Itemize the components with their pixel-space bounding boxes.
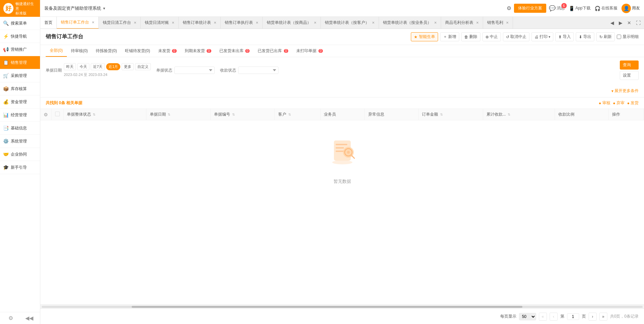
filter-payment-select[interactable] bbox=[238, 67, 278, 74]
col-cumulative-payment[interactable]: 累计收款... ⇅ bbox=[483, 109, 555, 120]
refresh-btn[interactable]: ↻ 刷新 bbox=[596, 32, 615, 41]
tabs-close-all[interactable]: ✕ bbox=[626, 19, 633, 26]
sub-tab-not-shipped[interactable]: 未发货 0 bbox=[154, 45, 181, 56]
horizontal-scrollbar[interactable] bbox=[40, 305, 644, 309]
settings-icon-btn[interactable]: ⚙ bbox=[507, 5, 511, 11]
tabs-nav-next[interactable]: ▶ bbox=[617, 19, 624, 26]
tab-close-sales-execute[interactable]: ✕ bbox=[256, 21, 258, 25]
col-doc-number[interactable]: 单据编号 ⇅ bbox=[211, 109, 275, 120]
print-btn[interactable]: 🖨 打印 ▾ bbox=[531, 32, 553, 41]
show-detail-label[interactable]: 显示明细 bbox=[617, 34, 639, 40]
sidebar-item-operation[interactable]: 📊 经营管理 bbox=[0, 109, 40, 122]
sidebar-item-marketing[interactable]: 📢 营销推广 bbox=[0, 43, 40, 56]
filter-date-today[interactable]: 今天 bbox=[77, 63, 89, 70]
col-doc-status[interactable]: 单据整体状态 ⇅ bbox=[63, 109, 146, 120]
filter-expand-btn[interactable]: ▾ 展开更多条件 bbox=[611, 88, 639, 94]
col-order-amount[interactable]: 订单金额 ⇅ bbox=[419, 109, 483, 120]
col-abnormal-info[interactable]: 异常信息 bbox=[365, 109, 419, 120]
tab-close-sales-staff[interactable]: ✕ bbox=[434, 21, 437, 25]
tab-sales-customer-stats[interactable]: 销货单统计表（按客户） ✕ bbox=[321, 17, 379, 29]
app-download-btn[interactable]: 📱 App下载 bbox=[569, 5, 591, 11]
query-btn[interactable]: 查询 bbox=[620, 60, 639, 70]
filter-settings-btn[interactable]: 设置 bbox=[620, 71, 639, 80]
export-btn[interactable]: ⬇ 导出 bbox=[576, 32, 594, 41]
user-btn[interactable]: 👤 用友 bbox=[621, 4, 640, 13]
sidebar-item-basic-info[interactable]: 📑 基础信息 bbox=[0, 122, 40, 135]
tab-sales-goods-stats[interactable]: 销货单统计表（按商品） ✕ bbox=[263, 17, 321, 29]
tab-close-sales-stats[interactable]: ✕ bbox=[214, 21, 216, 25]
stop-btn[interactable]: ⊗ 中止 bbox=[482, 32, 501, 41]
smart-create-btn[interactable]: ★ 智能生单 bbox=[411, 32, 438, 41]
tabs-maximize[interactable]: ⛶ bbox=[635, 19, 642, 26]
pagination-page-size[interactable]: 50 20 100 bbox=[519, 313, 536, 320]
tab-close-sales-profit[interactable]: ✕ bbox=[506, 21, 509, 25]
sidebar-item-inventory[interactable]: 📦 库存核算 bbox=[0, 82, 40, 95]
sub-tab-pending-check[interactable]: 待拣验货(0) bbox=[92, 45, 121, 56]
tab-sales-execute[interactable]: 销售订单执行表 ✕ bbox=[221, 17, 263, 29]
import-btn[interactable]: ⬆ 导入 bbox=[555, 32, 574, 41]
tab-sales-stats[interactable]: 销售订单统计表 ✕ bbox=[179, 17, 221, 29]
industry-solution-btn[interactable]: 体验行业方案 bbox=[514, 4, 546, 13]
tab-close-sales-order[interactable]: ✕ bbox=[92, 21, 94, 24]
system-dropdown[interactable]: ▾ bbox=[103, 6, 105, 11]
batch-ship-btn[interactable]: ● 发货 bbox=[627, 100, 639, 106]
sidebar-item-system[interactable]: ⚙️ 系统管理 bbox=[0, 135, 40, 148]
filter-date-1month[interactable]: 近1月 bbox=[106, 63, 120, 70]
pagination-page-input[interactable] bbox=[567, 313, 579, 320]
tab-cash-daily-workspace[interactable]: 钱货日清工作台 ✕ bbox=[99, 17, 141, 29]
sub-tab-not-printed[interactable]: 未打印单据 0 bbox=[292, 45, 327, 56]
settings-bottom-btn[interactable]: ⚙ bbox=[3, 315, 19, 321]
message-btn[interactable]: 💬 6 消息 bbox=[549, 5, 565, 11]
tab-home[interactable]: 首页 bbox=[40, 17, 57, 29]
sub-tab-shipped-not-out[interactable]: 已发货未出库 0 bbox=[215, 45, 254, 56]
pagination-last[interactable]: » bbox=[599, 313, 607, 321]
tab-sales-order-workspace[interactable]: 销售订单工作台 ✕ bbox=[57, 17, 99, 29]
filter-status-select[interactable] bbox=[174, 67, 215, 74]
delete-btn[interactable]: 🗑 删除 bbox=[461, 32, 480, 41]
tab-cash-reconcile[interactable]: 钱货日清对账 ✕ bbox=[141, 17, 179, 29]
sidebar-item-quick-nav[interactable]: ⚡ 快捷导航 bbox=[0, 30, 40, 43]
filter-date-custom[interactable]: 自定义 bbox=[135, 63, 151, 70]
cancel-stop-btn[interactable]: ↺ 取消中止 bbox=[503, 32, 529, 41]
tab-close-cash-daily[interactable]: ✕ bbox=[134, 21, 136, 25]
add-btn[interactable]: ＋ 新增 bbox=[440, 32, 459, 41]
col-settings[interactable]: ⚙ bbox=[40, 109, 52, 120]
sidebar-item-purchase[interactable]: 🛒 采购管理 bbox=[0, 69, 40, 82]
col-doc-date[interactable]: 单据日期 ⇅ bbox=[146, 109, 210, 120]
tab-close-sales-customer[interactable]: ✕ bbox=[372, 21, 375, 25]
tab-close-sales-goods[interactable]: ✕ bbox=[314, 21, 316, 25]
col-check[interactable] bbox=[52, 109, 63, 120]
sidebar-item-enterprise[interactable]: 🤝 企业协同 bbox=[0, 148, 40, 161]
sub-tab-pending-review[interactable]: 待审核(0) bbox=[67, 45, 92, 56]
pagination-prev[interactable]: ‹ bbox=[550, 313, 558, 321]
sub-tab-overdue-not-shipped[interactable]: 到期未发货 0 bbox=[181, 45, 215, 56]
sub-tab-all[interactable]: 全部(0) bbox=[46, 45, 67, 57]
col-payment-ratio[interactable]: 收款比例 bbox=[555, 109, 609, 120]
col-customer[interactable]: 客户 ⇅ bbox=[275, 109, 320, 120]
tab-sales-staff-stats[interactable]: 销货单统计表（按业务员） ✕ bbox=[379, 17, 441, 29]
sidebar-item-finance[interactable]: 💰 资金管理 bbox=[0, 95, 40, 109]
sub-tab-shipped-out[interactable]: 已发货已出库 0 bbox=[254, 45, 292, 56]
tabs-nav-prev[interactable]: ◀ bbox=[609, 19, 615, 26]
online-service-btn[interactable]: 🎧 在线客服 bbox=[595, 5, 617, 11]
scrollbar-thumb[interactable] bbox=[132, 306, 522, 308]
batch-approve-btn[interactable]: ● 审核 bbox=[599, 100, 610, 106]
sidebar-item-newbie[interactable]: 🎓 新手引导 bbox=[0, 161, 40, 174]
collapse-btn[interactable]: ◀◀ bbox=[22, 315, 38, 321]
tab-sales-profit[interactable]: 销售毛利 ✕ bbox=[483, 17, 513, 29]
sidebar-item-search[interactable]: 🔍 搜索菜单 bbox=[0, 17, 40, 30]
tab-gross-margin[interactable]: 商品毛利分析表 ✕ bbox=[441, 17, 483, 29]
tab-close-gross-margin[interactable]: ✕ bbox=[476, 21, 479, 25]
filter-date-more[interactable]: 更多 bbox=[122, 63, 134, 70]
tab-close-cash-reconcile[interactable]: ✕ bbox=[172, 21, 174, 25]
select-all-checkbox[interactable] bbox=[55, 112, 60, 116]
pagination-first[interactable]: « bbox=[539, 313, 547, 321]
sub-tab-shop-pending-ship[interactable]: 旺铺待发货(0) bbox=[121, 45, 154, 56]
filter-date-yesterday[interactable]: 昨天 bbox=[64, 63, 76, 70]
show-detail-checkbox[interactable] bbox=[617, 35, 621, 39]
col-salesperson[interactable]: 业务员 bbox=[320, 109, 364, 120]
pagination-next[interactable]: › bbox=[589, 313, 597, 321]
sidebar-item-sales[interactable]: 📋 销售管理 bbox=[0, 56, 40, 69]
batch-revoke-btn[interactable]: ● 弃审 bbox=[613, 100, 625, 106]
filter-date-7days[interactable]: 近7天 bbox=[91, 63, 105, 70]
